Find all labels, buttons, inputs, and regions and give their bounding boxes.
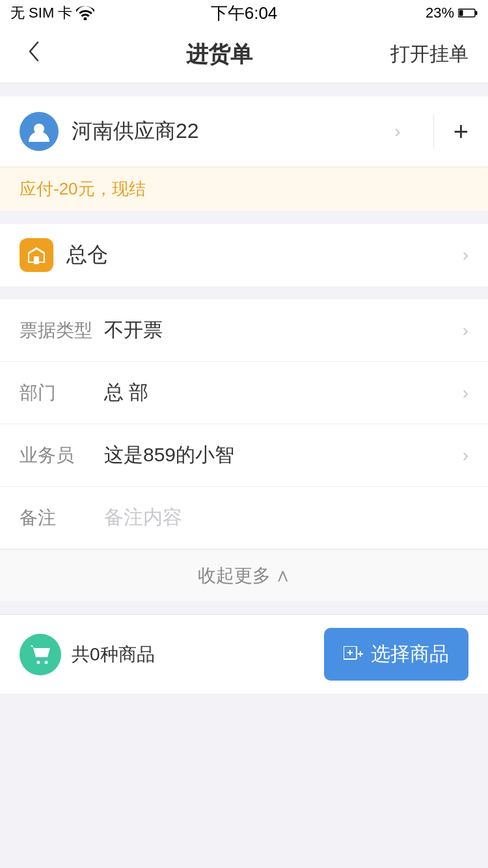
department-value: 总 部 [104, 379, 463, 406]
salesperson-label: 业务员 [20, 443, 98, 468]
department-row[interactable]: 部门 总 部 › [0, 362, 488, 424]
svg-point-5 [37, 660, 40, 664]
collapse-label: 收起更多 ∧ [198, 563, 291, 588]
salesperson-value: 这是859的小智 [104, 442, 463, 468]
supplier-name: 河南供应商22 [72, 117, 394, 146]
salesperson-row[interactable]: 业务员 这是859的小智 › [0, 424, 488, 487]
cart-icon [20, 634, 61, 675]
battery-icon [458, 8, 478, 18]
bottom-left: 共0种商品 [20, 634, 324, 675]
supplier-avatar [20, 112, 59, 151]
invoice-type-value: 不开票 [104, 317, 463, 344]
payment-notice: 应付-20元，现结 [0, 167, 488, 211]
warehouse-row[interactable]: 总仓 › [0, 224, 488, 286]
status-bar-right: 23% [426, 5, 478, 21]
back-button[interactable] [20, 32, 48, 77]
warehouse-section: 总仓 › [0, 224, 488, 286]
status-bar-left: 无 SIM 卡 [10, 3, 94, 23]
department-label: 部门 [20, 381, 98, 405]
nav-bar: 进货单 打开挂单 [0, 26, 488, 83]
note-value: 备注内容 [104, 504, 468, 531]
invoice-type-label: 票据类型 [20, 318, 98, 343]
collapse-button[interactable]: 收起更多 ∧ [0, 549, 488, 601]
department-chevron-icon: › [463, 383, 468, 403]
select-product-label: 选择商品 [371, 641, 449, 668]
select-product-button[interactable]: 选择商品 [324, 628, 468, 681]
page-title: 进货单 [186, 40, 252, 70]
note-label: 备注 [20, 506, 98, 530]
add-supplier-button[interactable]: + [454, 118, 468, 144]
wifi-icon [76, 6, 94, 20]
supplier-chevron-icon: › [394, 121, 400, 142]
product-count-label: 共0种商品 [72, 642, 155, 667]
svg-rect-4 [34, 256, 39, 264]
svg-rect-2 [459, 10, 463, 16]
invoice-type-row[interactable]: 票据类型 不开票 › [0, 299, 488, 362]
warehouse-chevron-icon: › [463, 245, 468, 265]
svg-rect-1 [476, 11, 478, 15]
note-row[interactable]: 备注 备注内容 [0, 487, 488, 549]
svg-point-6 [45, 660, 48, 664]
supplier-row[interactable]: 河南供应商22 › + [0, 96, 488, 167]
bottom-bar: 共0种商品 选择商品 [0, 614, 488, 694]
battery-label: 23% [426, 5, 454, 21]
status-bar-time: 下午6:04 [211, 2, 278, 25]
carrier-label: 无 SIM 卡 [10, 3, 72, 23]
form-section: 票据类型 不开票 › 部门 总 部 › 业务员 这是859的小智 › 备注 备注… [0, 299, 488, 601]
invoice-type-chevron-icon: › [463, 320, 468, 341]
salesperson-chevron-icon: › [463, 445, 468, 466]
warehouse-name: 总仓 [66, 241, 463, 269]
warehouse-icon [20, 238, 53, 272]
vertical-divider [433, 115, 434, 148]
status-bar: 无 SIM 卡 下午6:04 23% [0, 0, 488, 26]
open-pending-button[interactable]: 打开挂单 [390, 41, 468, 68]
select-product-icon [344, 646, 363, 663]
supplier-section: 河南供应商22 › + 应付-20元，现结 [0, 96, 488, 211]
